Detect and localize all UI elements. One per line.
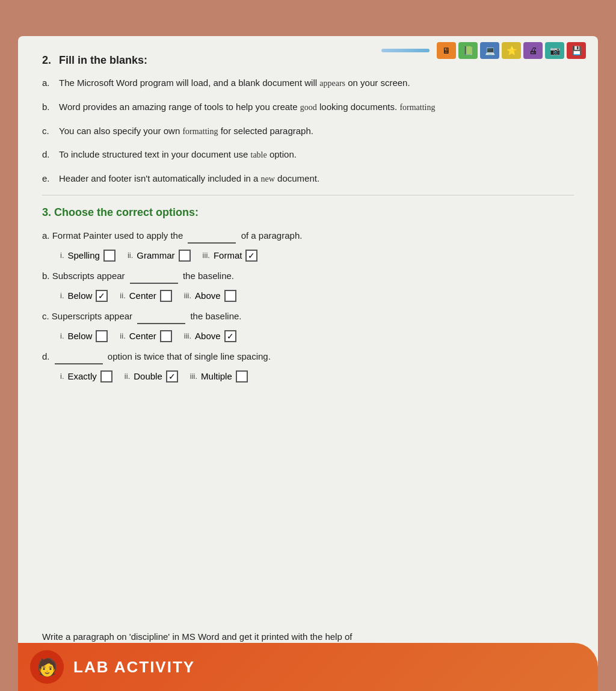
q3a-blank xyxy=(188,226,236,244)
question-3d: d. option is twice that of single line s… xyxy=(42,347,574,364)
question-3b: b. Subscripts appear the baseline. xyxy=(42,266,574,284)
q3c-opt3-checkbox[interactable]: ✓ xyxy=(224,330,236,342)
q3d-opt1-num: i. xyxy=(60,372,64,381)
q3d-letter: d. xyxy=(42,351,50,361)
q3d-opt3: iii. Multiple xyxy=(190,370,248,382)
q3d-opt1: i. Exactly xyxy=(60,370,112,382)
q3b-opt2-num: ii. xyxy=(120,291,125,300)
q2d-text: To include structured text in your docum… xyxy=(59,147,297,162)
q3b-opt2: ii. Center xyxy=(120,290,171,302)
question-2e: e. Header and footer isn't automatically… xyxy=(42,171,574,186)
q2b-letter: b. xyxy=(42,99,54,115)
question-3a: a. Format Painter used to apply the of a… xyxy=(42,226,574,244)
q2a-answer: appears xyxy=(319,79,345,88)
question-2b: b. Word provides an amazing range of too… xyxy=(42,99,574,115)
q3c-opt3-label: Above xyxy=(195,331,221,341)
lab-activity-banner: 🧑 LAB ACTIVITY xyxy=(18,643,598,691)
q3a-opt2-num: ii. xyxy=(128,251,133,260)
q2e-text: Header and footer isn't automatically in… xyxy=(59,171,319,186)
q3a-opt3: iii. Format ✓ xyxy=(203,250,258,262)
q3c-opt1: i. Below xyxy=(60,330,108,342)
q3d-opt3-num: iii. xyxy=(190,372,197,381)
section2-title: Fill in the blanks: xyxy=(59,54,147,66)
toolbar-icon-7[interactable]: 💾 xyxy=(567,42,586,59)
q3a-opt2-label: Grammar xyxy=(137,250,174,260)
q3d-opt1-checkbox[interactable] xyxy=(100,370,112,382)
q2a-letter: a. xyxy=(42,75,54,91)
isnt-word: isn't xyxy=(134,173,150,183)
q3d-opt3-label: Multiple xyxy=(201,371,232,381)
q2c-text: You can also specify your own formatting… xyxy=(59,123,313,139)
q3b-opt1-num: i. xyxy=(60,291,64,300)
q3a-text: Format Painter used to apply the of a pa… xyxy=(52,230,303,241)
bottom-text-content: Write a paragraph on 'discipline' in MS … xyxy=(42,631,352,642)
toolbar-icon-4[interactable]: ⭐ xyxy=(502,42,521,59)
q3c-opt2-num: ii. xyxy=(120,331,125,340)
q3d-opt1-label: Exactly xyxy=(68,371,97,381)
q3b-opt2-checkbox[interactable] xyxy=(160,290,172,302)
q3d-text: option is twice that of single line spac… xyxy=(52,351,271,361)
q3a-opt2-checkbox[interactable] xyxy=(179,250,191,262)
question-2d: d. To include structured text in your do… xyxy=(42,147,574,162)
q3c-options: i. Below ii. Center iii. Above ✓ xyxy=(60,330,574,342)
q2b-answer2: formatting xyxy=(399,103,435,112)
q2d-answer: table xyxy=(251,150,267,159)
toolbar: 🖥 📗 💻 ⭐ 🖨 📷 💾 xyxy=(381,42,586,59)
bottom-text: Write a paragraph on 'discipline' in MS … xyxy=(42,631,574,642)
section3-number: 3. xyxy=(42,206,51,218)
q3a-opt3-label: Format xyxy=(214,250,242,260)
toolbar-icon-1[interactable]: 🖥 xyxy=(437,42,456,59)
q3c-opt1-label: Below xyxy=(68,331,93,341)
q3c-text: Superscripts appear the baseline. xyxy=(52,311,242,321)
q3c-opt1-checkbox[interactable] xyxy=(96,330,108,342)
question-2a: a. The Microsoft Word program will load,… xyxy=(42,75,574,91)
q2d-letter: d. xyxy=(42,147,54,162)
q2a-text: The Microsoft Word program will load, an… xyxy=(59,75,410,91)
q3c-opt2: ii. Center xyxy=(120,330,171,342)
q3c-opt3-num: iii. xyxy=(184,331,191,340)
q3a-opt1-checkbox[interactable] xyxy=(103,250,116,262)
q3a-options: i. Spelling ii. Grammar iii. Format ✓ xyxy=(60,250,574,262)
toolbar-icon-3[interactable]: 💻 xyxy=(480,42,499,59)
q3a-opt3-num: iii. xyxy=(203,251,210,260)
q2e-letter: e. xyxy=(42,171,54,186)
section-divider xyxy=(42,195,574,195)
q3b-opt1-checkbox[interactable]: ✓ xyxy=(96,290,108,302)
q2b-text: Word provides an amazing range of tools … xyxy=(59,99,435,115)
q3c-opt1-num: i. xyxy=(60,331,64,340)
q2e-answer: new xyxy=(261,174,275,183)
q3d-opt3-checkbox[interactable] xyxy=(236,370,248,382)
q3b-opt2-label: Center xyxy=(129,290,156,301)
toolbar-icon-5[interactable]: 🖨 xyxy=(523,42,543,59)
q3c-opt2-checkbox[interactable] xyxy=(160,330,172,342)
q3b-opt3-checkbox[interactable] xyxy=(224,290,236,302)
q2c-letter: c. xyxy=(42,123,54,139)
q3a-opt1-label: Spelling xyxy=(68,250,100,260)
q3d-options: i. Exactly ii. Double ✓ iii. Multiple xyxy=(60,370,574,382)
q3a-letter: a. xyxy=(42,230,50,241)
toolbar-icon-6[interactable]: 📷 xyxy=(545,42,564,59)
word-label: Word xyxy=(116,78,138,88)
q3b-options: i. Below ✓ ii. Center iii. Above xyxy=(60,290,574,302)
lab-icon: 🧑 xyxy=(30,650,64,684)
question-3c: c. Superscripts appear the baseline. xyxy=(42,307,574,324)
footer-word: footer xyxy=(109,173,132,183)
q3d-opt2-checkbox[interactable]: ✓ xyxy=(166,370,178,382)
paper: 2. Fill in the blanks: a. The Microsoft … xyxy=(18,36,598,691)
q3a-opt1: i. Spelling xyxy=(60,250,116,262)
q3b-opt3-label: Above xyxy=(195,290,221,301)
q3c-letter: c. xyxy=(42,311,49,321)
toolbar-icon-2[interactable]: 📗 xyxy=(458,42,478,59)
question-2c: c. You can also specify your own formatt… xyxy=(42,123,574,139)
section2-number: 2. xyxy=(42,54,51,66)
q3b-letter: b. xyxy=(42,271,50,281)
q3b-text: Subscripts appear the baseline. xyxy=(52,271,234,281)
q3a-opt3-checkbox[interactable]: ✓ xyxy=(245,250,257,262)
section3-title: Choose the correct options: xyxy=(54,206,199,218)
q2b-answer: good xyxy=(300,103,317,112)
q3b-opt1: i. Below ✓ xyxy=(60,290,108,302)
q3b-blank xyxy=(130,266,178,284)
q3c-opt2-label: Center xyxy=(129,331,156,341)
q3d-opt2-num: ii. xyxy=(125,372,130,381)
q3c-blank xyxy=(137,307,185,324)
